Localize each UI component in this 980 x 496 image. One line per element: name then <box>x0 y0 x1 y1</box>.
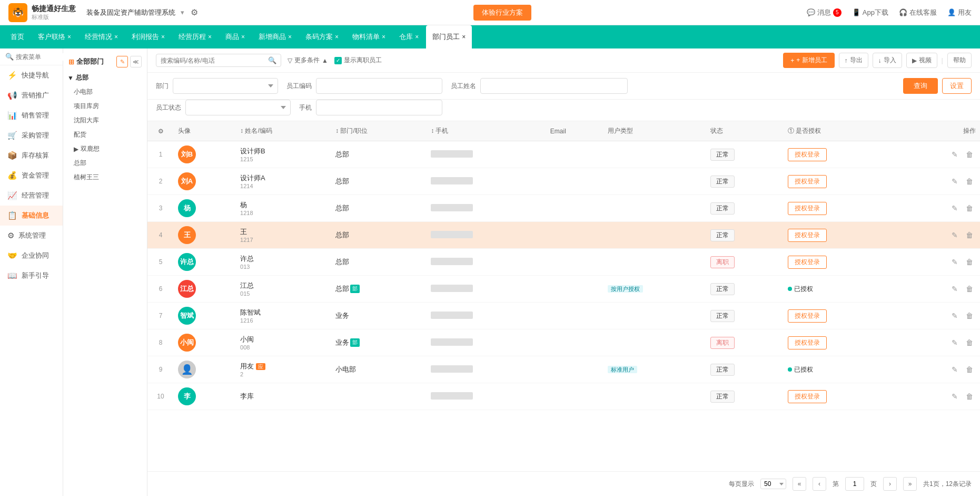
dept-tree-shenyang[interactable]: 沈阳大库 <box>63 113 147 128</box>
delete-btn[interactable]: 🗑 <box>963 256 976 268</box>
settings-icon[interactable]: ⚙ <box>191 7 198 17</box>
sidebar-item-inventory[interactable]: 📦 库存核算 <box>0 145 63 166</box>
sidebar-item-marketing[interactable]: 📢 营销推广 <box>0 85 63 105</box>
col-phone[interactable]: ↕ 手机 <box>427 121 546 141</box>
nav-item-home[interactable]: 首页 <box>4 25 31 48</box>
edit-btn[interactable]: ✎ <box>948 363 961 376</box>
auth-login-btn[interactable]: 授权登录 <box>788 148 827 161</box>
nav-item-customer[interactable]: 客户联络× <box>32 25 77 48</box>
sidebar-item-system[interactable]: ⚙ 系统管理 <box>0 226 63 246</box>
nav-item-barcode[interactable]: 条码方案× <box>299 25 345 48</box>
import-button[interactable]: ↓ 导入 <box>873 53 902 68</box>
dropdown-icon[interactable]: ▾ <box>181 8 184 16</box>
table-row: 2 刘A 设计师A 1214 总部 正常 授权登录 ✎ 🗑 <box>147 168 980 195</box>
edit-btn[interactable]: ✎ <box>948 336 961 349</box>
status-badge: 正常 <box>710 310 735 322</box>
filter-emp-code-input[interactable] <box>316 78 442 94</box>
search-input[interactable] <box>161 57 266 64</box>
view-button[interactable]: ▶ 视频 <box>906 53 937 68</box>
query-button[interactable]: 查询 <box>903 78 938 94</box>
search-submit-icon[interactable]: 🔍 <box>268 56 276 64</box>
auth-login-btn[interactable]: 授权登录 <box>788 229 827 242</box>
status-cell: 正常 <box>706 195 783 222</box>
col-settings[interactable]: ⚙ <box>147 121 174 141</box>
delete-btn[interactable]: 🗑 <box>963 363 976 376</box>
edit-btn[interactable]: ✎ <box>948 309 961 322</box>
help-button[interactable]: 帮助 <box>947 53 972 68</box>
edit-btn[interactable]: ✎ <box>948 256 961 268</box>
status-badge: 正常 <box>710 283 735 295</box>
user-item[interactable]: 👤 用友 <box>947 8 972 17</box>
sidebar-item-sales[interactable]: 📊 销售管理 <box>0 105 63 125</box>
edit-btn[interactable]: ✎ <box>948 283 961 295</box>
auth-login-btn[interactable]: 授权登录 <box>788 336 827 349</box>
filter-emp-name-input[interactable] <box>480 78 628 94</box>
auth-login-btn[interactable]: 授权登录 <box>788 175 827 188</box>
dept-tree-shuanglu[interactable]: ▶ 双鹿想 <box>63 142 147 156</box>
sidebar-item-finance[interactable]: 💰 资金管理 <box>0 166 63 186</box>
filter-dept-select[interactable] <box>173 78 278 94</box>
message-item[interactable]: 💬 消息 5 <box>807 8 842 17</box>
next-page-btn[interactable]: › <box>883 477 897 491</box>
prev-page-btn[interactable]: ‹ <box>813 477 826 491</box>
edit-btn[interactable]: ✎ <box>948 229 961 241</box>
more-filter-btn[interactable]: ▽ 更多条件 ▲ <box>288 56 328 65</box>
edit-btn[interactable]: ✎ <box>948 202 961 215</box>
sidebar-item-bizmanage[interactable]: 📈 经营管理 <box>0 186 63 206</box>
col-dept-position[interactable]: ↕ 部门/职位 <box>331 121 427 141</box>
dept-tree-zongbu2[interactable]: 总部 <box>63 156 147 170</box>
dept-tree-xiangmu[interactable]: 项目库房 <box>63 99 147 113</box>
delete-btn[interactable]: 🗑 <box>963 229 976 241</box>
filter-settings-button[interactable]: 设置 <box>942 78 972 94</box>
nav-item-operation[interactable]: 经营情况× <box>78 25 124 48</box>
service-item[interactable]: 🎧 在线客服 <box>899 8 937 17</box>
filter-phone-input[interactable] <box>316 100 442 115</box>
sidebar-item-basic[interactable]: 📋 基础信息 <box>0 206 63 226</box>
edit-btn[interactable]: ✎ <box>948 390 961 403</box>
delete-btn[interactable]: 🗑 <box>963 202 976 215</box>
show-resigned-toggle[interactable]: ✓ 显示离职员工 <box>334 56 382 65</box>
nav-item-history[interactable]: 经营历程× <box>172 25 218 48</box>
avatar-cell: 智斌 <box>174 303 236 329</box>
trial-button[interactable]: 体验行业方案 <box>473 5 531 21</box>
nav-item-dept-staff[interactable]: 部门员工× <box>426 25 472 48</box>
first-page-btn[interactable]: « <box>793 477 806 491</box>
add-employee-button[interactable]: + + 新增员工 <box>783 53 834 68</box>
auth-login-btn[interactable]: 授权登录 <box>788 202 827 215</box>
delete-btn[interactable]: 🗑 <box>963 148 976 161</box>
edit-btn[interactable]: ✎ <box>948 175 961 188</box>
sidebar-item-collab[interactable]: 🤝 企业协同 <box>0 246 63 266</box>
auth-login-btn[interactable]: 授权登录 <box>788 256 827 269</box>
nav-item-warehouse[interactable]: 仓库× <box>393 25 425 48</box>
sidebar-label-sales: 销售管理 <box>22 111 49 120</box>
delete-btn[interactable]: 🗑 <box>963 309 976 322</box>
nav-item-profit[interactable]: 利润报告× <box>125 25 171 48</box>
sidebar-item-guide[interactable]: 📖 新手引导 <box>0 266 63 286</box>
nav-item-bom[interactable]: 物料清单× <box>346 25 392 48</box>
delete-btn[interactable]: 🗑 <box>963 283 976 295</box>
dept-tree-peihuo[interactable]: 配货 <box>63 128 147 142</box>
filter-emp-status-select[interactable] <box>185 100 291 115</box>
nav-item-goods[interactable]: 商品× <box>219 25 251 48</box>
delete-btn[interactable]: 🗑 <box>963 175 976 188</box>
app-download-item[interactable]: 📱 App下载 <box>852 8 888 17</box>
dept-tree-zongbu[interactable]: ▼ 总部 <box>63 71 147 85</box>
sidebar-item-shortcut[interactable]: ⚡ 快捷导航 <box>0 65 63 85</box>
edit-btn[interactable]: ✎ <box>948 148 961 161</box>
nav-item-add-goods[interactable]: 新增商品× <box>252 25 298 48</box>
delete-btn[interactable]: 🗑 <box>963 390 976 403</box>
export-button[interactable]: ↑ 导出 <box>839 53 868 68</box>
dept-tree-zhishu[interactable]: 植树王三 <box>63 170 147 184</box>
dept-tree-label-shuanglu: 双鹿想 <box>81 144 100 153</box>
page-number-input[interactable] <box>845 477 864 491</box>
dept-tree-xiaodian[interactable]: 小电部 <box>63 85 147 99</box>
col-name-code[interactable]: ↕ 姓名/编码 <box>236 121 331 141</box>
dept-edit-btn[interactable]: ✎ <box>116 56 128 67</box>
dept-collapse-btn[interactable]: ≪ <box>130 56 142 67</box>
sidebar-item-purchase[interactable]: 🛒 采购管理 <box>0 125 63 145</box>
auth-login-btn[interactable]: 授权登录 <box>788 390 827 403</box>
delete-btn[interactable]: 🗑 <box>963 336 976 349</box>
page-size-select[interactable]: 50 100 200 <box>760 479 786 489</box>
last-page-btn[interactable]: » <box>903 477 917 491</box>
auth-login-btn[interactable]: 授权登录 <box>788 309 827 323</box>
